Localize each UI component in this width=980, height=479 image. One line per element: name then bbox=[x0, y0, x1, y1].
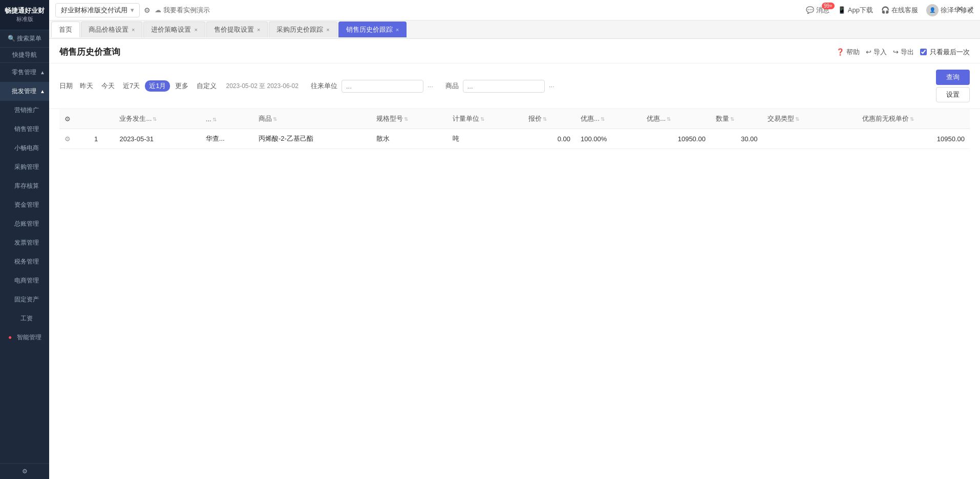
message-btn[interactable]: 💬 消息 99+ bbox=[806, 6, 829, 15]
sidebar-item-label: 零售管理 bbox=[8, 68, 40, 77]
sidebar-item-payroll[interactable]: 工资 bbox=[0, 309, 49, 328]
only-last-checkbox[interactable] bbox=[920, 49, 927, 55]
table-body: ⚙12023-05-31华查...丙烯酸-2-乙基己酯散水吨0.00100.00… bbox=[59, 129, 970, 149]
app-download-btn[interactable]: 📱 App下载 bbox=[838, 6, 873, 15]
close-tab-icon[interactable]: × bbox=[326, 27, 329, 33]
tab-label: 售价提取设置 bbox=[214, 25, 254, 34]
cell-trans_type bbox=[762, 129, 839, 149]
col-product[interactable]: 商品⇅ bbox=[253, 109, 371, 129]
product-filter-input[interactable] bbox=[463, 80, 545, 93]
sidebar-item-smart[interactable]: ●智能管理 bbox=[0, 328, 49, 347]
sort-icon: ⇅ bbox=[480, 116, 484, 122]
help-btn[interactable]: ❓ 帮助 bbox=[836, 48, 860, 57]
tab-home[interactable]: 首页 bbox=[51, 21, 80, 37]
close-tab-icon[interactable]: × bbox=[257, 27, 260, 33]
close-tab-icon[interactable]: × bbox=[132, 27, 135, 33]
import-btn[interactable]: ↩ 导入 bbox=[866, 48, 887, 57]
main-area: 好业财标准版交付试用 ▾ ⚙ ☁ 我要看实例演示 💬 消息 99+ 📱 App下… bbox=[49, 0, 980, 479]
export-btn[interactable]: ↪ 导出 bbox=[893, 48, 914, 57]
product-more[interactable]: ··· bbox=[549, 82, 555, 90]
settings-button[interactable]: 设置 bbox=[936, 87, 970, 102]
sort-icon: ⇅ bbox=[910, 116, 914, 122]
maximize-button[interactable]: ⤢ bbox=[967, 4, 974, 14]
sidebar-quick-nav[interactable]: 快捷导航 bbox=[0, 48, 49, 63]
sidebar-item-retail[interactable]: 零售管理▲ bbox=[0, 63, 49, 82]
close-tab-icon[interactable]: × bbox=[194, 27, 197, 33]
tabbar: 首页商品价格设置×进价策略设置×售价提取设置×采购历史价跟踪×销售历史价跟踪× bbox=[49, 20, 980, 39]
tab-sale_extract[interactable]: 售价提取设置× bbox=[206, 21, 268, 37]
col-label: 商品 bbox=[259, 115, 272, 122]
settings-icon: ⚙ bbox=[22, 468, 28, 475]
date-option-今天[interactable]: 今天 bbox=[98, 80, 118, 92]
col-quantity[interactable]: 数量⇅ bbox=[711, 109, 763, 129]
row-settings-icon[interactable]: ⚙ bbox=[65, 135, 71, 143]
product-selector-text: 好业财标准版交付试用 bbox=[61, 6, 127, 15]
sidebar-item-inventory[interactable]: 库存核算 bbox=[0, 177, 49, 195]
sidebar-search[interactable]: 🔍 搜索菜单 bbox=[0, 30, 49, 48]
sidebar-item-purchase[interactable]: 采购管理 bbox=[0, 158, 49, 177]
sidebar-items: 零售管理▲批发管理▲营销推广销售管理小畅电商采购管理库存核算资金管理总账管理发票… bbox=[0, 63, 49, 347]
sort-icon: ⇅ bbox=[601, 116, 605, 122]
col-label: 数量 bbox=[716, 115, 729, 122]
from-unit-more[interactable]: ··· bbox=[428, 82, 433, 90]
only-last-text: 只看最后一次 bbox=[930, 48, 970, 57]
col-unit[interactable]: 计量单位⇅ bbox=[448, 109, 524, 129]
cell-more: 华查... bbox=[201, 129, 253, 149]
tab-sales_history[interactable]: 销售历史价跟踪× bbox=[338, 21, 407, 37]
col-spacer bbox=[839, 109, 857, 129]
col-more[interactable]: ...⇅ bbox=[201, 109, 253, 129]
only-last-checkbox-label[interactable]: 只看最后一次 bbox=[920, 48, 970, 57]
message-icon: 💬 bbox=[806, 6, 814, 14]
col-business_date[interactable]: 业务发生...⇅ bbox=[114, 109, 200, 129]
demo-btn[interactable]: ☁ 我要看实例演示 bbox=[155, 6, 210, 15]
sidebar-item-ledger[interactable]: 总账管理 bbox=[0, 214, 49, 233]
topbar: 好业财标准版交付试用 ▾ ⚙ ☁ 我要看实例演示 💬 消息 99+ 📱 App下… bbox=[49, 0, 980, 20]
online-service-btn[interactable]: 🎧 在线客服 bbox=[881, 6, 918, 15]
close-tab-icon[interactable]: × bbox=[396, 27, 399, 33]
tab-label: 销售历史价跟踪 bbox=[346, 25, 393, 34]
sidebar-settings[interactable]: ⚙ bbox=[0, 463, 49, 479]
col-label: 报价 bbox=[528, 115, 542, 122]
sidebar-search-label: 搜索菜单 bbox=[17, 35, 41, 42]
table-row[interactable]: ⚙12023-05-31华查...丙烯酸-2-乙基己酯散水吨0.00100.00… bbox=[59, 129, 970, 149]
tab-purchase_strategy[interactable]: 进价策略设置× bbox=[143, 21, 205, 37]
page-actions: ❓ 帮助 ↩ 导入 ↪ 导出 只看最后一次 bbox=[836, 48, 970, 57]
tab-purchase_history[interactable]: 采购历史价跟踪× bbox=[269, 21, 337, 37]
date-option-近7天[interactable]: 近7天 bbox=[120, 80, 143, 92]
topbar-gear-icon[interactable]: ⚙ bbox=[144, 6, 151, 14]
tab-product_price[interactable]: 商品价格设置× bbox=[81, 21, 142, 37]
product-selector[interactable]: 好业财标准版交付试用 ▾ bbox=[55, 3, 140, 17]
sort-icon: ⇅ bbox=[667, 116, 671, 122]
col-label: ... bbox=[206, 115, 211, 123]
sidebar-item-label: 智能管理 bbox=[13, 333, 45, 342]
sidebar-item-sales[interactable]: 销售管理 bbox=[0, 120, 49, 139]
sort-icon: ⇅ bbox=[212, 117, 217, 122]
sidebar-item-invoice[interactable]: 发票管理 bbox=[0, 233, 49, 252]
sidebar-item-ecommerce_small[interactable]: 小畅电商 bbox=[0, 139, 49, 158]
sidebar-item-finance[interactable]: 资金管理 bbox=[0, 195, 49, 214]
date-range-text: 2023-05-02 至 2023-06-02 bbox=[226, 82, 298, 91]
date-option-自定义[interactable]: 自定义 bbox=[194, 80, 220, 92]
col-discount1[interactable]: 优惠...⇅ bbox=[576, 109, 642, 129]
date-option-昨天[interactable]: 昨天 bbox=[77, 80, 96, 92]
sidebar-item-ecommerce[interactable]: 电商管理 bbox=[0, 271, 49, 290]
col-label: 规格型号 bbox=[376, 115, 403, 122]
sidebar-item-label: 销售管理 bbox=[8, 125, 45, 134]
product-filter-group: 商品 ··· bbox=[445, 80, 555, 93]
col-trans_type[interactable]: 交易类型⇅ bbox=[762, 109, 839, 129]
date-option-更多[interactable]: 更多 bbox=[172, 80, 191, 92]
sidebar-item-wholesale[interactable]: 批发管理▲ bbox=[0, 82, 49, 101]
sort-icon: ⇅ bbox=[404, 116, 408, 122]
col-price[interactable]: 报价⇅ bbox=[523, 109, 576, 129]
sidebar-item-assets[interactable]: 固定资产 bbox=[0, 290, 49, 309]
from-unit-input[interactable] bbox=[342, 80, 423, 93]
sidebar-item-tax[interactable]: 税务管理 bbox=[0, 252, 49, 271]
close-button[interactable]: ✕ bbox=[956, 4, 963, 14]
col-pre_tax_price[interactable]: 优惠前无税单价⇅ bbox=[857, 109, 970, 129]
date-option-近1月[interactable]: 近1月 bbox=[145, 80, 170, 92]
sidebar-item-marketing[interactable]: 营销推广 bbox=[0, 101, 49, 120]
col-spec[interactable]: 规格型号⇅ bbox=[371, 109, 448, 129]
search-icon: 🔍 bbox=[8, 35, 15, 42]
query-button[interactable]: 查询 bbox=[936, 70, 970, 85]
col-discount2[interactable]: 优惠...⇅ bbox=[642, 109, 711, 129]
